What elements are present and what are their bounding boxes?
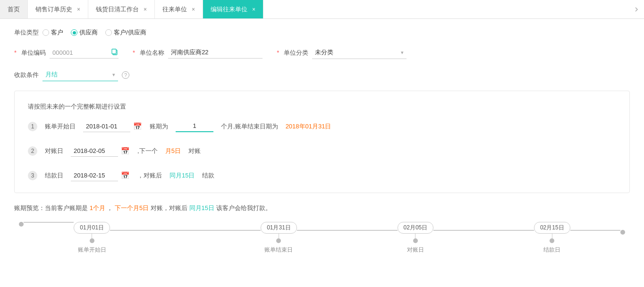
radio-customer-circle (42, 29, 49, 36)
tl-dot-1 (90, 238, 94, 243)
category-group: * 单位分类 未分类 ▾ (277, 46, 407, 59)
tl-caption-2: 账单结束日 (264, 246, 293, 254)
radio-both-label: 客户/供应商 (114, 28, 146, 37)
code-input[interactable] (50, 47, 111, 58)
date-field-1: 2018-01-01 📅 (83, 121, 142, 132)
row-label-3: 结款日 (45, 171, 63, 180)
chevron-right-icon (634, 7, 639, 12)
tl-caption-3: 对账日 (407, 246, 424, 254)
preview-p2: 下一个月5日 (115, 204, 149, 211)
tl-node-1: 01月01日 账单开始日 (74, 222, 110, 254)
name-group: * 单位名称 (133, 47, 263, 59)
tab-cash-work-close[interactable]: × (144, 6, 147, 13)
tl-node-2: 01月31日 账单结束日 (261, 222, 297, 254)
copy-icon[interactable] (111, 48, 119, 57)
tl-seg-2 (110, 222, 261, 232)
tl-seg-end (570, 222, 620, 232)
tl-dot-end (620, 230, 625, 235)
preview-suffix: 该客户会给我打款。 (216, 204, 271, 211)
settings-card: 请按照未来的一个完整帐期进行设置 1 账单开始日 2018-01-01 📅 账期… (14, 91, 630, 193)
condition-label: 收款条件 (14, 71, 39, 79)
tab-sales-history-label: 销售订单历史 (35, 5, 72, 14)
preview-mid: 对账，对账后 (151, 204, 187, 211)
tab-partner[interactable]: 往来单位 × (155, 0, 203, 18)
tl-vert-4 (552, 234, 552, 238)
code-name-row: * 单位编码 * 单位名称 * 单位分类 未分类 ▾ (14, 46, 630, 59)
condition-select[interactable]: 月结 ▾ (42, 68, 118, 81)
radio-customer[interactable]: 客户 (42, 28, 63, 37)
unit-type-label: 单位类型 (14, 28, 39, 37)
code-required: * (14, 49, 17, 56)
tab-edit-partner-label: 编辑往来单位 (211, 5, 247, 14)
row-label-2: 对账日 (45, 147, 63, 155)
tl-line-3 (297, 230, 398, 232)
tab-edit-partner-close[interactable]: × (252, 6, 255, 13)
timeline-row: 01月01日 账单开始日 01月31日 账单结束日 (19, 222, 625, 254)
tl-seg-4 (433, 222, 534, 232)
tl-node-4: 02月15日 结款日 (534, 222, 570, 254)
tl-line-4 (433, 230, 534, 232)
condition-row: 收款条件 月结 ▾ ? (14, 68, 630, 81)
tab-edit-partner[interactable]: 编辑往来单位 × (203, 0, 263, 18)
period-end-date: 2018年01月31日 (286, 122, 331, 131)
tl-seg-1 (24, 222, 74, 224)
radio-both-circle (105, 29, 112, 36)
row-label-1: 账单开始日 (45, 122, 76, 131)
tab-cash-work[interactable]: 钱货日清工作台 × (88, 0, 155, 18)
svg-rect-1 (112, 49, 116, 54)
tl-node-3: 02月05日 对账日 (398, 222, 434, 254)
payment-note-suffix: 结款 (202, 171, 214, 180)
tl-start (19, 222, 24, 227)
tab-expand-button[interactable] (629, 0, 644, 18)
tl-seg-3 (297, 222, 398, 232)
category-label: 单位分类 (284, 49, 308, 57)
tl-line-end (570, 230, 620, 232)
radio-both[interactable]: 客户/供应商 (105, 28, 146, 37)
code-field (50, 47, 119, 59)
tl-vert-2 (279, 234, 279, 238)
calendar-icon-1[interactable]: 📅 (133, 122, 142, 131)
tl-line-2 (110, 230, 261, 232)
row-num-2: 2 (28, 146, 37, 156)
row-num-3: 3 (28, 171, 37, 180)
category-select[interactable]: 未分类 ▾ (312, 46, 407, 59)
payment-note-highlight: 同月15日 (169, 171, 195, 180)
name-input[interactable] (168, 47, 263, 59)
tl-badge-4: 02月15日 (534, 222, 570, 234)
tab-partner-close[interactable]: × (192, 6, 195, 13)
date-value-3: 2018-02-15 (71, 170, 118, 181)
code-group: * 单位编码 (14, 47, 119, 59)
tab-sales-history-close[interactable]: × (77, 6, 80, 13)
account-row-2: 2 对账日 2018-02-05 📅 ,下一个 月5日 对账 (28, 145, 616, 157)
radio-customer-label: 客户 (51, 28, 63, 37)
period-input[interactable] (176, 120, 213, 132)
date-value-2: 2018-02-05 (71, 145, 118, 157)
radio-supplier-circle (71, 29, 77, 36)
tab-home[interactable]: 首页 (0, 0, 28, 18)
code-label: 单位编码 (21, 49, 46, 57)
calendar-icon-2[interactable]: 📅 (121, 147, 130, 155)
unit-type-radio-group: 客户 供应商 客户/供应商 (42, 28, 146, 37)
condition-arrow-icon: ▾ (112, 72, 115, 78)
condition-value: 月结 (45, 70, 112, 79)
timeline-section: 01月01日 账单开始日 01月31日 账单结束日 (14, 222, 630, 254)
tab-sales-history[interactable]: 销售订单历史 × (28, 0, 88, 18)
preview-prefix: 账期预览：当前客户账期是 (14, 204, 88, 211)
calendar-icon-3[interactable]: 📅 (121, 171, 130, 180)
payment-note-prefix: ，对账后 (137, 171, 162, 180)
tab-partner-label: 往来单位 (162, 5, 187, 14)
tl-dot-2 (276, 238, 281, 243)
category-arrow-icon: ▾ (401, 50, 404, 56)
reconcile-note-prefix: ,下一个 (137, 147, 158, 155)
main-content: 单位类型 客户 供应商 客户/供应商 * 单位编码 (0, 19, 644, 287)
preview-section: 账期预览：当前客户账期是 1个月 ， 下一个月5日 对账，对账后 同月15日 该… (14, 203, 630, 213)
date-field-2: 2018-02-05 📅 (71, 145, 130, 157)
tl-badge-1: 01月01日 (74, 222, 110, 234)
radio-supplier[interactable]: 供应商 (71, 28, 98, 37)
tl-badge-2: 01月31日 (261, 222, 297, 234)
period-label: 账期为 (150, 122, 168, 131)
category-value: 未分类 (315, 48, 401, 57)
condition-group: 收款条件 月结 ▾ ? (14, 68, 129, 81)
help-icon[interactable]: ? (122, 71, 129, 79)
tl-dot-3 (413, 238, 418, 243)
